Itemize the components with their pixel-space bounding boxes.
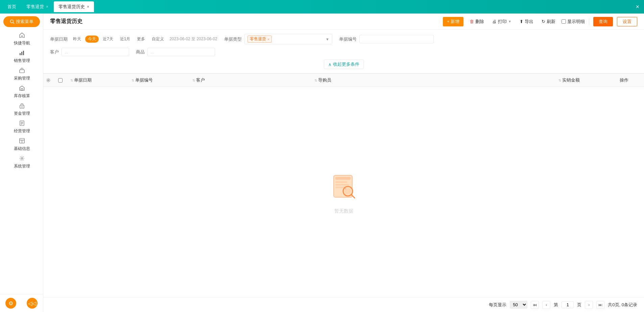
- empty-label: 暂无数据: [334, 208, 353, 214]
- svg-rect-5: [20, 70, 24, 73]
- date-btn-more[interactable]: 更多: [134, 36, 148, 43]
- filter-doc-type-close[interactable]: ×: [267, 37, 269, 41]
- collapse-label: 收起更多条件: [333, 61, 359, 67]
- filter-doc-number-input[interactable]: [359, 35, 434, 43]
- setting-label: 设置: [623, 19, 631, 24]
- filter-goods-input[interactable]: ...: [147, 48, 215, 56]
- tab-bar: 首页 零售退货 × 零售退货历史 ×: [3, 0, 631, 14]
- new-button[interactable]: + 新增: [443, 17, 463, 26]
- th-number-sort[interactable]: ⇅: [132, 79, 134, 82]
- page-word: 第: [554, 302, 558, 308]
- sidebar-item-basic-info[interactable]: 基础信息: [0, 135, 43, 153]
- display-toggle-label: 显示明细: [567, 19, 585, 25]
- page-number-input[interactable]: [562, 301, 574, 308]
- delete-icon: 🗑: [470, 19, 474, 24]
- collapse-button[interactable]: ∧ 收起更多条件: [324, 60, 364, 69]
- th-customer: ⇅ 客户: [190, 77, 312, 83]
- svg-rect-2: [20, 53, 21, 55]
- svg-rect-3: [21, 52, 22, 55]
- th-date-label: 单据日期: [74, 77, 92, 83]
- sidebar-item-purchase-mgmt-label: 采购管理: [14, 75, 30, 81]
- first-page-button[interactable]: ⏮: [531, 301, 539, 309]
- lock-icon: [18, 102, 26, 109]
- home-icon: [18, 31, 26, 39]
- sound-button[interactable]: ◁◁: [27, 298, 38, 309]
- select-all-checkbox[interactable]: [58, 78, 63, 83]
- th-number: ⇅ 单据编号: [129, 77, 190, 83]
- date-btn-1month[interactable]: 近1月: [117, 36, 133, 43]
- filter-doc-type-select[interactable]: 零售退货 × ▼: [244, 34, 332, 44]
- sidebar-item-inventory[interactable]: 库存核算: [0, 83, 43, 100]
- table-icon: [18, 137, 26, 144]
- date-btn-custom[interactable]: 自定义: [149, 36, 167, 43]
- query-button[interactable]: 查询: [593, 17, 613, 26]
- new-button-label: + 新增: [447, 19, 459, 25]
- last-page-button[interactable]: ⏭: [596, 301, 604, 309]
- date-btn-yesterday[interactable]: 昨天: [70, 36, 84, 43]
- svg-rect-20: [335, 181, 347, 183]
- th-actions: 操作: [617, 77, 644, 83]
- refresh-button[interactable]: ↻ 刷新: [540, 17, 557, 26]
- empty-illustration: ✦: [327, 170, 361, 204]
- table-header: ⇅ 单据日期 ⇅ 单据编号 ⇅ 客户 ⇅ 导购员 ⇅ 实销: [43, 73, 644, 87]
- date-btn-7days[interactable]: 近7天: [100, 36, 116, 43]
- th-settings[interactable]: [43, 78, 55, 83]
- th-guide-sort[interactable]: ⇅: [314, 79, 317, 82]
- filter-area: 单据日期 昨天 今天 近7天 近1月 更多 自定义 2023-06-02 至 2…: [43, 30, 644, 73]
- print-button[interactable]: 🖨 打印 ▼: [490, 17, 514, 26]
- settings-gear-button[interactable]: ⚙: [5, 298, 16, 309]
- filter-customer-input[interactable]: ...: [62, 48, 129, 56]
- prev-page-button[interactable]: ‹: [542, 301, 550, 309]
- query-label: 查询: [599, 19, 607, 24]
- page-size-select[interactable]: 20 50 100: [510, 301, 527, 309]
- th-guide-label: 导购员: [318, 77, 331, 83]
- filter-date-buttons: 昨天 今天 近7天 近1月 更多 自定义: [70, 36, 167, 43]
- tab-retail-return-close[interactable]: ×: [46, 4, 48, 9]
- sidebar-item-quick-nav[interactable]: 快捷导航: [0, 30, 43, 47]
- delete-button[interactable]: 🗑 删除: [468, 17, 486, 26]
- delete-label: 删除: [475, 19, 484, 25]
- sidebar-item-sales-mgmt[interactable]: 销售管理: [0, 47, 43, 65]
- sidebar-item-purchase-mgmt[interactable]: 采购管理: [0, 65, 43, 83]
- window-close-button[interactable]: ×: [631, 3, 644, 10]
- th-customer-label: 客户: [196, 77, 205, 83]
- th-checkbox[interactable]: [55, 78, 68, 83]
- th-amount-sort[interactable]: ⇅: [558, 79, 561, 82]
- warehouse-icon: [18, 84, 26, 92]
- box-icon: [18, 67, 26, 74]
- sidebar-search[interactable]: 搜索菜单: [3, 16, 40, 27]
- setting-button[interactable]: 设置: [617, 17, 637, 26]
- export-button[interactable]: ⬆ 导出: [518, 17, 535, 26]
- tab-retail-return-history[interactable]: 零售退货历史 ×: [54, 1, 94, 12]
- svg-point-0: [10, 20, 13, 23]
- th-amount-label: 实销金额: [562, 77, 580, 83]
- tab-retail-return[interactable]: 零售退货 ×: [22, 1, 53, 12]
- sidebar-item-quick-nav-label: 快捷导航: [14, 40, 30, 46]
- th-actions-label: 操作: [620, 77, 628, 83]
- sidebar-item-basic-info-label: 基础信息: [14, 146, 30, 152]
- svg-text:✦: ✦: [344, 187, 347, 191]
- display-toggle[interactable]: 显示明细: [562, 19, 585, 25]
- th-amount: ⇅ 实销金额: [556, 77, 617, 83]
- sidebar-item-operations[interactable]: 经营管理: [0, 118, 43, 135]
- refresh-label: 刷新: [547, 19, 555, 25]
- tab-home[interactable]: 首页: [3, 1, 21, 12]
- svg-rect-6: [21, 89, 23, 90]
- svg-line-1: [13, 23, 14, 24]
- filter-row-2: 客户 ... 商品 ...: [50, 48, 637, 56]
- display-toggle-checkbox[interactable]: [562, 19, 566, 24]
- filter-doc-number: 单据编号: [339, 35, 434, 43]
- chart-icon: [18, 49, 26, 57]
- tab-home-label: 首页: [7, 4, 16, 10]
- th-customer-sort[interactable]: ⇅: [192, 79, 195, 82]
- print-label: 打印: [498, 19, 507, 25]
- date-btn-today[interactable]: 今天: [85, 36, 99, 43]
- sidebar-item-finance[interactable]: 资金管理: [0, 100, 43, 118]
- svg-rect-19: [335, 177, 351, 180]
- th-date-sort[interactable]: ⇅: [70, 79, 73, 82]
- empty-state: ✦ 暂无数据: [43, 87, 644, 297]
- next-page-button[interactable]: ›: [585, 301, 593, 309]
- tab-retail-return-history-close[interactable]: ×: [87, 4, 89, 9]
- filter-doc-number-label: 单据编号: [339, 36, 357, 42]
- sidebar-item-system[interactable]: 系统管理: [0, 153, 43, 171]
